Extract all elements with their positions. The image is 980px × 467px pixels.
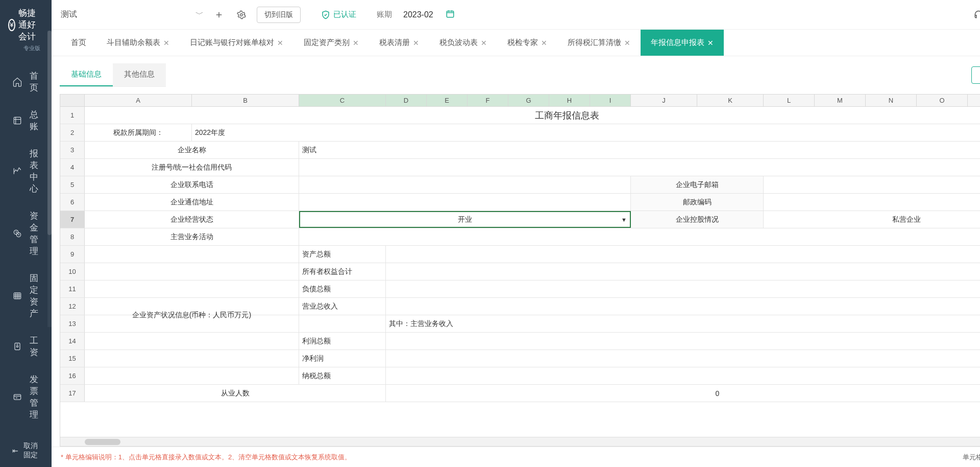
settings-button[interactable]: [234, 8, 249, 22]
value[interactable]: [386, 281, 980, 297]
label[interactable]: 从业人数: [85, 385, 386, 402]
label[interactable]: 企业电子邮箱: [631, 176, 764, 193]
label[interactable]: 注册号/统一社会信用代码: [85, 159, 299, 176]
tab-5[interactable]: 税负波动表✕: [429, 30, 497, 56]
close-icon[interactable]: ✕: [413, 39, 419, 47]
row-header[interactable]: 11: [60, 281, 85, 297]
value[interactable]: [764, 176, 980, 193]
row-header[interactable]: 12: [60, 298, 85, 315]
col-header-L[interactable]: L: [764, 95, 815, 106]
row-header[interactable]: 17: [60, 385, 85, 402]
row-header[interactable]: 1: [60, 107, 85, 124]
row-header[interactable]: 9: [60, 246, 85, 263]
subtab-other[interactable]: 其他信息: [113, 63, 166, 86]
label[interactable]: 纳税总额: [299, 367, 386, 384]
col-header-I[interactable]: I: [590, 95, 631, 106]
label[interactable]: 企业名称: [85, 142, 299, 158]
subtab-basic[interactable]: 基础信息: [60, 63, 113, 86]
sidebar-item-3[interactable]: 资金管理: [0, 202, 52, 265]
label[interactable]: 资产总额: [299, 246, 386, 263]
sidebar-unpin[interactable]: ⇤ 取消固定: [0, 434, 52, 467]
tab-7[interactable]: 所得税汇算清缴✕: [557, 30, 641, 56]
row-header[interactable]: 15: [60, 350, 85, 367]
label[interactable]: 企业联系电话: [85, 176, 299, 193]
select-all-corner[interactable]: [60, 95, 85, 106]
tab-3[interactable]: 固定资产类别✕: [293, 30, 369, 56]
sidebar-item-2[interactable]: 报表中心: [0, 140, 52, 202]
label[interactable]: 邮政编码: [631, 194, 764, 211]
switch-old-button[interactable]: 切到旧版: [257, 7, 301, 23]
row-header[interactable]: 16: [60, 367, 85, 384]
value[interactable]: [386, 263, 980, 280]
label[interactable]: 营业总收入: [299, 298, 386, 315]
value[interactable]: [386, 298, 980, 315]
row-header[interactable]: 2: [60, 124, 85, 141]
reset-report-button[interactable]: 重置报表: [971, 66, 980, 84]
label[interactable]: 企业经营状态: [85, 211, 299, 228]
business-status-dropdown[interactable]: 开业▼: [299, 211, 631, 228]
label[interactable]: 负债总额: [299, 281, 386, 297]
sidebar-scrollbar[interactable]: [47, 31, 52, 327]
value[interactable]: [386, 333, 980, 349]
row-header[interactable]: 8: [60, 228, 85, 245]
label[interactable]: 其中：主营业务收入: [386, 315, 980, 332]
col-header-P[interactable]: P: [968, 95, 980, 106]
sheet-body[interactable]: 1工商年报信息表2税款所属期间：2022年度3企业名称测试4注册号/统一社会信用…: [60, 107, 980, 437]
col-header-M[interactable]: M: [815, 95, 866, 106]
tab-4[interactable]: 税表清册✕: [369, 30, 429, 56]
col-header-K[interactable]: K: [697, 95, 764, 106]
sidebar-item-4[interactable]: 固定资产: [0, 265, 52, 327]
close-icon[interactable]: ✕: [163, 39, 169, 47]
row-header[interactable]: 6: [60, 194, 85, 211]
label[interactable]: 净利润: [299, 350, 386, 367]
col-header-F[interactable]: F: [468, 95, 508, 106]
col-header-H[interactable]: H: [549, 95, 590, 106]
row-header[interactable]: 10: [60, 263, 85, 280]
row-header[interactable]: 13: [60, 315, 85, 332]
value[interactable]: 私营企业: [764, 211, 980, 228]
label[interactable]: 主营业务活动: [85, 228, 299, 245]
col-header-O[interactable]: O: [917, 95, 968, 106]
value[interactable]: [386, 246, 980, 263]
sidebar-item-1[interactable]: 总账: [0, 101, 52, 140]
row-header[interactable]: 5: [60, 176, 85, 193]
company-selector[interactable]: 测试 ﹀: [61, 9, 204, 20]
tab-2[interactable]: 日记账与银行对账单核对✕: [180, 30, 293, 56]
value[interactable]: [299, 194, 631, 211]
tab-8[interactable]: 年报信息申报表✕: [641, 30, 724, 56]
value[interactable]: [299, 176, 631, 193]
value[interactable]: [386, 367, 980, 384]
close-icon[interactable]: ✕: [481, 39, 487, 47]
close-icon[interactable]: ✕: [541, 39, 547, 47]
row-header[interactable]: 3: [60, 142, 85, 158]
consult-button[interactable]: 人工咨询: [973, 10, 980, 20]
row-header[interactable]: 14: [60, 333, 85, 349]
col-header-G[interactable]: G: [508, 95, 549, 106]
label[interactable]: 企业控股情况: [631, 211, 764, 228]
sidebar-item-5[interactable]: 工资: [0, 327, 52, 366]
col-header-B[interactable]: B: [192, 95, 299, 106]
calendar-icon[interactable]: [446, 9, 455, 20]
value[interactable]: 2022年度: [192, 124, 980, 141]
value[interactable]: [764, 194, 980, 211]
col-header-A[interactable]: A: [85, 95, 192, 106]
value[interactable]: [299, 228, 980, 245]
label[interactable]: 税款所属期间：: [85, 124, 192, 141]
value[interactable]: 0: [386, 385, 980, 402]
col-header-N[interactable]: N: [866, 95, 917, 106]
close-icon[interactable]: ✕: [707, 39, 714, 47]
label[interactable]: 所有者权益合计: [299, 263, 386, 280]
value[interactable]: 测试: [299, 142, 980, 158]
col-header-J[interactable]: J: [631, 95, 697, 106]
cell[interactable]: [299, 315, 386, 332]
row-header[interactable]: 4: [60, 159, 85, 176]
col-header-C[interactable]: C: [299, 95, 386, 106]
col-header-E[interactable]: E: [427, 95, 468, 106]
tab-6[interactable]: 税检专家✕: [497, 30, 557, 56]
close-icon[interactable]: ✕: [624, 39, 630, 47]
col-header-D[interactable]: D: [386, 95, 427, 106]
sidebar-item-0[interactable]: 首页: [0, 62, 52, 101]
tab-1[interactable]: 斗目辅助余额表✕: [96, 30, 180, 56]
tab-0[interactable]: 首页: [61, 30, 96, 56]
sidebar-item-6[interactable]: 发票管理: [0, 366, 52, 428]
